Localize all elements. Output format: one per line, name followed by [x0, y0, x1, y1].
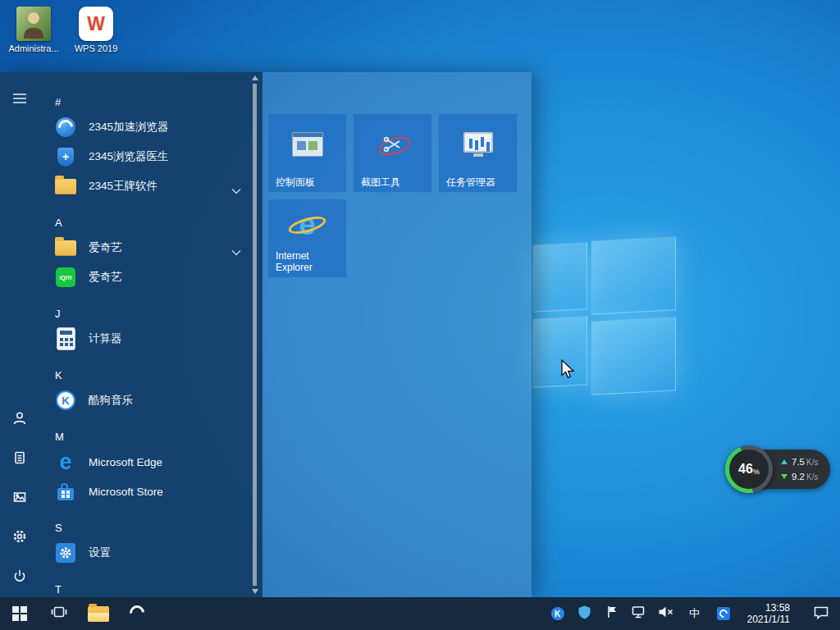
- section-header-a[interactable]: A: [39, 201, 249, 233]
- upload-speed-value: 7.5: [792, 457, 805, 467]
- start-button[interactable]: [0, 597, 39, 630]
- desktop-icon-administrator[interactable]: Administra...: [7, 7, 61, 53]
- app-label: Microsoft Store: [89, 486, 163, 498]
- user-account-button[interactable]: [0, 400, 39, 440]
- start-menu-app-list: # 2345加速浏览器 2345浏览器医生 2345王牌软件 A 爱奇艺: [39, 72, 249, 597]
- desktop-icon-label: WPS 2019: [69, 43, 123, 53]
- download-speed-row: 9.2 K/s: [781, 469, 818, 484]
- flag-icon: [606, 605, 618, 622]
- app-item-2345-browser[interactable]: 2345加速浏览器: [39, 112, 249, 142]
- tile-internet-explorer[interactable]: Internet Explorer: [267, 199, 347, 278]
- download-arrow-icon: [781, 474, 788, 479]
- task-view-button[interactable]: [39, 597, 79, 630]
- upload-arrow-icon: [781, 459, 788, 464]
- task-view-icon: [50, 604, 68, 623]
- store-icon: [53, 479, 78, 504]
- network-monitor-icon: [632, 605, 646, 622]
- notification-icon: [813, 605, 829, 623]
- tray-icon-flag[interactable]: [604, 597, 620, 630]
- desktop-icon-wps-2019[interactable]: WPS 2019: [69, 7, 123, 53]
- app-label: 计算器: [89, 331, 122, 346]
- section-header-k[interactable]: K: [39, 354, 249, 386]
- tile-task-manager[interactable]: 任务管理器: [438, 113, 518, 193]
- power-icon: [11, 568, 28, 587]
- windows-logo-pane: [591, 236, 676, 314]
- app-item-calculator[interactable]: 计算器: [39, 324, 249, 354]
- taskbar: 中 13:58 2021/1/11: [0, 597, 840, 630]
- tile-snipping-tool[interactable]: 截图工具: [353, 113, 432, 193]
- volume-muted-icon: [658, 605, 674, 622]
- tile-control-panel[interactable]: 控制面板: [267, 113, 347, 193]
- section-header-t[interactable]: T: [39, 568, 249, 597]
- clock-date: 2021/1/11: [747, 614, 791, 625]
- shield-icon: [53, 144, 78, 169]
- app-item-iqiyi[interactable]: 爱奇艺: [39, 262, 249, 292]
- notification-center-button[interactable]: [806, 597, 837, 630]
- section-header-s[interactable]: S: [39, 506, 249, 538]
- documents-button[interactable]: [0, 440, 39, 479]
- windows-logo-pane: [533, 316, 587, 387]
- power-button[interactable]: [0, 558, 39, 597]
- tile-label: 任务管理器: [446, 176, 513, 188]
- download-speed-unit: K/s: [806, 472, 818, 482]
- app-item-kugou-music[interactable]: 酷狗音乐: [39, 386, 249, 415]
- section-header-j[interactable]: J: [39, 292, 249, 324]
- clock-time: 13:58: [747, 602, 791, 614]
- download-speed-value: 9.2: [792, 472, 805, 482]
- tile-label: 控制面板: [276, 176, 342, 188]
- app-label: Microsoft Edge: [89, 456, 162, 468]
- section-header-m[interactable]: M: [39, 415, 249, 447]
- start-menu-tiles: 控制面板 截图工具 任务管理器: [262, 72, 532, 597]
- scrollbar-thumb[interactable]: [253, 84, 257, 586]
- iqiyi-icon: [53, 265, 78, 290]
- app-item-microsoft-edge[interactable]: Microsoft Edge: [39, 447, 249, 477]
- browser-button[interactable]: [118, 597, 158, 630]
- tile-label: 截图工具: [361, 176, 427, 188]
- settings-icon: [53, 541, 78, 565]
- app-label: 2345浏览器医生: [89, 149, 169, 164]
- scroll-up-arrow-icon[interactable]: [252, 75, 258, 80]
- app-label: 爱奇艺: [89, 270, 122, 285]
- folder-icon: [53, 174, 78, 199]
- app-label: 设置: [89, 546, 111, 560]
- picture-icon: [11, 489, 28, 509]
- tray-icon-kugou[interactable]: [550, 597, 566, 630]
- app-item-settings[interactable]: 设置: [39, 538, 249, 568]
- edge-icon: [53, 450, 78, 474]
- task-manager-icon: [439, 126, 517, 163]
- settings-button[interactable]: [0, 518, 39, 558]
- app-item-2345-browser-doctor[interactable]: 2345浏览器医生: [39, 142, 249, 171]
- snipping-tool-icon: [354, 126, 431, 163]
- usage-percent: 46: [738, 462, 753, 477]
- app-item-microsoft-store[interactable]: Microsoft Store: [39, 477, 249, 506]
- pictures-button[interactable]: [0, 479, 39, 518]
- windows-logo-pane: [591, 317, 676, 395]
- tray-icon-network[interactable]: [631, 597, 647, 630]
- kugou-icon: [53, 388, 78, 413]
- tray-icon-browser[interactable]: [715, 597, 732, 630]
- network-speed-widget[interactable]: 46 % 7.5 K/s 9.2 K/s: [725, 445, 830, 493]
- app-label: 2345王牌软件: [89, 179, 158, 194]
- section-header-hash[interactable]: #: [39, 80, 249, 112]
- 2345-browser-icon: [127, 603, 148, 624]
- speed-rows: 7.5 K/s 9.2 K/s: [781, 454, 818, 484]
- file-explorer-button[interactable]: [79, 597, 118, 630]
- app-group-2345-software[interactable]: 2345王牌软件: [39, 171, 249, 201]
- app-list-scrollbar[interactable]: [251, 74, 259, 596]
- tray-icon-security-shield[interactable]: [577, 597, 593, 630]
- start-menu: # 2345加速浏览器 2345浏览器医生 2345王牌软件 A 爱奇艺: [0, 72, 532, 597]
- taskbar-clock[interactable]: 13:58 2021/1/11: [742, 602, 796, 625]
- scroll-down-arrow-icon[interactable]: [252, 589, 258, 594]
- start-menu-rail: [0, 72, 39, 597]
- expand-menu-button[interactable]: [0, 80, 39, 120]
- app-group-iqiyi[interactable]: 爱奇艺: [39, 233, 249, 262]
- kugou-tray-icon: [551, 607, 564, 620]
- folder-icon: [53, 235, 78, 260]
- user-icon: [11, 410, 28, 430]
- 2345-browser-icon: [53, 115, 78, 139]
- app-label: 酷狗音乐: [89, 393, 133, 408]
- system-tray: 中 13:58 2021/1/11: [550, 597, 840, 630]
- upload-speed-row: 7.5 K/s: [781, 454, 818, 469]
- ime-indicator[interactable]: 中: [685, 606, 705, 621]
- volume-muted-button[interactable]: [658, 597, 674, 630]
